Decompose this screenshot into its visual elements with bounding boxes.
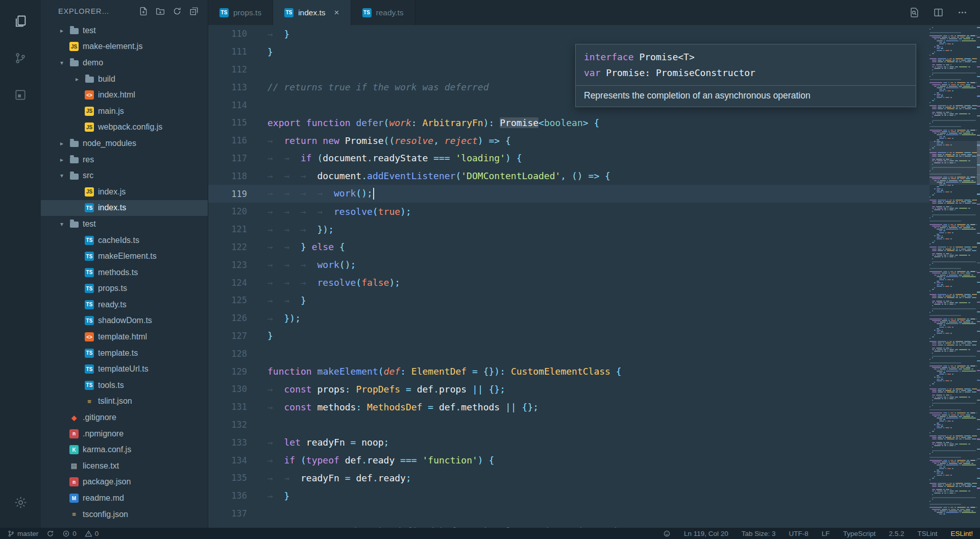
tree-item-label: makeElement.ts <box>98 252 157 261</box>
tree-item-tsconfig.json[interactable]: ≡tsconfig.json <box>41 506 208 523</box>
status-eol[interactable]: LF <box>822 530 830 537</box>
tree-item-.gitignore[interactable]: ◆.gitignore <box>41 409 208 426</box>
tree-item-package.json[interactable]: npackage.json <box>41 474 208 491</box>
tree-item-tools.ts[interactable]: TStools.ts <box>41 377 208 394</box>
code-line-127[interactable]: 127} <box>208 327 929 345</box>
scrollbar[interactable] <box>977 25 980 528</box>
tree-item-node-modules[interactable]: ▸node_modules <box>41 135 208 152</box>
tab-ready.ts[interactable]: TSready.ts <box>351 0 415 25</box>
status-label: Tab Size: 3 <box>742 530 776 537</box>
tree-item-tslint.json[interactable]: ≡tslint.json <box>41 394 208 410</box>
code-line-131[interactable]: 131→const methods: MethodsDef = def.meth… <box>208 398 929 416</box>
status-tslint[interactable]: TSLint <box>917 530 937 537</box>
tree-item-shadowDom.ts[interactable]: TSshadowDom.ts <box>41 313 208 329</box>
code-line-116[interactable]: 116→return new Promise((resolve, reject)… <box>208 132 929 150</box>
tree-item-methods.ts[interactable]: TSmethods.ts <box>41 264 208 281</box>
refresh-explorer-button[interactable] <box>173 7 182 16</box>
code-line-138[interactable]: 138→// props need to be defined before t… <box>208 522 929 528</box>
code-line-121[interactable]: 121→→→}); <box>208 220 929 238</box>
tree-item-index.ts[interactable]: TSindex.ts <box>41 200 208 216</box>
tree-item-props.ts[interactable]: TSprops.ts <box>41 281 208 297</box>
code-line-124[interactable]: 124→→→resolve(false); <box>208 274 929 291</box>
tree-item-cacheIds.ts[interactable]: TScacheIds.ts <box>41 232 208 249</box>
code-line-137[interactable]: 137 <box>208 505 929 523</box>
code-line-123[interactable]: 123→→→work(); <box>208 256 929 274</box>
close-icon[interactable]: × <box>334 8 339 17</box>
code-line-126[interactable]: 126→}); <box>208 309 929 327</box>
line-number: 128 <box>208 349 247 359</box>
tree-item-license.txt[interactable]: ▤license.txt <box>41 458 208 474</box>
split-editor-button[interactable] <box>933 7 944 18</box>
tree-item-main.js[interactable]: JSmain.js <box>41 103 208 119</box>
tab-whitespace-icon: → <box>267 135 284 146</box>
status-ts-version[interactable]: 2.5.2 <box>889 530 904 537</box>
tree-item-test[interactable]: ▸test <box>41 22 208 39</box>
extensions-activity-button[interactable] <box>8 84 33 108</box>
status-eslint[interactable]: ESLint! <box>950 530 973 537</box>
code-line-132[interactable]: 132 <box>208 416 929 434</box>
code-line-115[interactable]: 115export function defer(work: Arbitrary… <box>208 114 929 132</box>
code-line-135[interactable]: 135→→readyFn = def.ready; <box>208 469 929 487</box>
tree-item-index.html[interactable]: <>index.html <box>41 87 208 103</box>
open-changes-button[interactable] <box>909 7 920 18</box>
code-line-128[interactable]: 128 <box>208 345 929 362</box>
code-line-120[interactable]: 120→→→→resolve(true); <box>208 203 929 220</box>
sidebar-explorer: EXPLORER… ▸testJSmake-element.js▾demo▸bu… <box>41 0 208 528</box>
code-line-118[interactable]: 118→→→document.addEventListener('DOMCont… <box>208 167 929 185</box>
tab-index.ts[interactable]: TSindex.ts× <box>273 0 351 25</box>
tree-item-readme.md[interactable]: Mreadme.md <box>41 490 208 506</box>
status-language-mode[interactable]: TypeScript <box>843 530 876 537</box>
tree-item-webpack.config.js[interactable]: JSwebpack.config.js <box>41 119 208 136</box>
code-line-125[interactable]: 125→→} <box>208 291 929 309</box>
minimap-viewport[interactable] <box>929 141 977 185</box>
status-git-branch[interactable]: master <box>7 530 38 537</box>
tree-item-makeElement.ts[interactable]: TSmakeElement.ts <box>41 248 208 264</box>
scrollbar-thumb[interactable] <box>977 141 980 185</box>
code-line-119[interactable]: 119→→→→work(); <box>208 185 929 203</box>
line-number: 113 <box>208 82 247 92</box>
code-line-133[interactable]: 133→let readyFn = noop; <box>208 433 929 451</box>
tree-item-template.ts[interactable]: TStemplate.ts <box>41 345 208 361</box>
status-label: TypeScript <box>843 530 876 537</box>
tree-item-res[interactable]: ▸res <box>41 152 208 168</box>
source-control-activity-button[interactable] <box>8 47 33 71</box>
code-line-110[interactable]: 110→} <box>208 25 929 43</box>
new-file-button[interactable] <box>139 7 148 16</box>
code-line-136[interactable]: 136→} <box>208 487 929 505</box>
tree-item-template.html[interactable]: <>template.html <box>41 329 208 345</box>
code-line-130[interactable]: 130→const props: PropDefs = def.props ||… <box>208 380 929 398</box>
status-encoding[interactable]: UTF-8 <box>789 530 808 537</box>
status-warnings[interactable]: 0 <box>85 530 99 537</box>
code-line-122[interactable]: 122→→} else { <box>208 238 929 256</box>
tab-whitespace-icon: → <box>301 206 317 217</box>
tree-item-.npmignore[interactable]: n.npmignore <box>41 426 208 442</box>
editor[interactable]: 110→}111}112113// returns true if the wo… <box>208 25 980 528</box>
minimap[interactable] <box>929 25 977 528</box>
settings-activity-button[interactable] <box>8 491 33 516</box>
status-feedback[interactable] <box>663 530 671 537</box>
status-tab-size[interactable]: Tab Size: 3 <box>742 530 776 537</box>
warning-icon <box>85 530 92 537</box>
explorer-activity-button[interactable] <box>8 10 33 35</box>
tree-item-karma.conf.js[interactable]: Kkarma.conf.js <box>41 442 208 458</box>
code-line-129[interactable]: 129function makeElement(def: ElementDef … <box>208 362 929 380</box>
more-actions-button[interactable] <box>957 7 968 18</box>
tree-item-test[interactable]: ▾test <box>41 216 208 232</box>
status-errors[interactable]: 0 <box>62 530 77 537</box>
status-cursor-position[interactable]: Ln 119, Col 20 <box>684 530 728 537</box>
collapse-folders-button[interactable] <box>189 7 199 16</box>
tree-item-ready.ts[interactable]: TSready.ts <box>41 297 208 313</box>
tree-item-index.js[interactable]: JSindex.js <box>41 184 208 200</box>
tree-item-src[interactable]: ▾src <box>41 167 208 184</box>
line-number: 137 <box>208 508 247 519</box>
code-line-134[interactable]: 134→if (typeof def.ready === 'function')… <box>208 451 929 469</box>
branchsm-icon <box>7 530 15 537</box>
tab-props.ts[interactable]: TSprops.ts <box>208 0 273 25</box>
code-line-117[interactable]: 117→→if (document.readyState === 'loadin… <box>208 150 929 167</box>
status-sync[interactable] <box>46 530 54 537</box>
new-folder-button[interactable] <box>156 7 165 16</box>
tree-item-make-element.js[interactable]: JSmake-element.js <box>41 39 208 55</box>
tree-item-demo[interactable]: ▾demo <box>41 55 208 71</box>
tree-item-build[interactable]: ▸build <box>41 71 208 87</box>
tree-item-templateUrl.ts[interactable]: TStemplateUrl.ts <box>41 361 208 377</box>
